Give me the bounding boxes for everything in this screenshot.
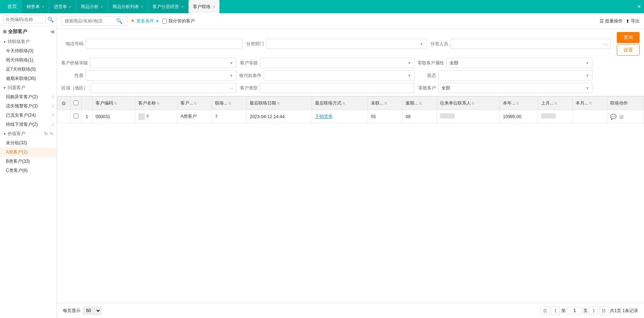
col-this-month[interactable]: 本月... ⇅ xyxy=(572,97,607,110)
col-last-date[interactable]: 最后联络日期 ⇅ xyxy=(247,97,312,110)
col-contact[interactable]: 联络... ⇅ xyxy=(212,97,247,110)
col-name[interactable]: 客户名称 ⇅ xyxy=(135,97,178,110)
tab-purchase-order[interactable]: 进货单 × xyxy=(49,0,76,13)
tab-customer-segment[interactable]: 客户分层经营 × xyxy=(148,0,188,13)
row-actions: 💬 ⊞ xyxy=(610,114,641,120)
retail-attr-label: 零散客户属性 xyxy=(418,60,444,66)
group-label-problem[interactable]: 问题客户 xyxy=(0,83,57,92)
col-overdue[interactable]: 逾期... ⇅ xyxy=(402,97,437,110)
settings-button[interactable]: 设置 xyxy=(617,45,640,56)
col-last-method[interactable]: 最后联络方式 ⇅ xyxy=(312,97,368,110)
close-purchase-order-icon[interactable]: × xyxy=(69,5,71,9)
price-level-select[interactable]: ▼ xyxy=(90,58,236,68)
tab-product-analysis[interactable]: 商品分析 × xyxy=(76,0,107,13)
sidebar-item-churned[interactable]: 已流失客户(24) ℹ xyxy=(0,111,57,120)
sidebar-search-input[interactable] xyxy=(3,15,46,24)
close-all-icon[interactable]: × xyxy=(637,3,641,11)
page-label: 第 xyxy=(561,308,566,314)
col-unit-contact[interactable]: 往来单位联系人 ⇅ xyxy=(437,97,500,110)
sidebar-item-class-c[interactable]: C类客户(6) xyxy=(0,166,57,175)
sidebar-item-class-a[interactable]: A类客户(1) xyxy=(0,148,57,157)
dept-select[interactable]: ▼ xyxy=(266,39,427,49)
close-product-analysis-icon[interactable]: × xyxy=(101,5,103,9)
group-label-pending[interactable]: 待联络客户 xyxy=(0,37,57,46)
refresh-icon[interactable]: ↻ xyxy=(44,131,48,137)
status-arrow: ▼ xyxy=(586,74,589,78)
group-value-customer-header: 价值客户 ↻ ✎ xyxy=(0,129,57,138)
retail-customer-select[interactable]: 全部▼ xyxy=(438,83,593,93)
all-customers-header[interactable]: ⊞ 全部客户 ◀ xyxy=(0,26,57,37)
col-level[interactable]: 客户... ⇅ xyxy=(178,97,212,110)
sidebar-search-icon[interactable]: 🔍 xyxy=(47,17,54,22)
region-input[interactable]: ··· xyxy=(90,83,236,93)
search-icon[interactable]: 🔍 xyxy=(116,18,122,24)
edit-group-icon[interactable]: ✎ xyxy=(50,131,54,137)
sort-level-icon: ⇅ xyxy=(194,101,197,105)
row-checkbox[interactable] xyxy=(74,114,78,119)
chat-icon[interactable]: 💬 xyxy=(610,114,616,120)
prev-page-btn[interactable]: ⟨ xyxy=(551,306,560,315)
chevron-down-icon: ▼ xyxy=(155,19,159,23)
col-index xyxy=(82,97,93,110)
sidebar-item-class-b[interactable]: B类客户(33) xyxy=(0,157,57,166)
sidebar-item-declining[interactable]: 持续下滑客户(2) ℹ xyxy=(0,120,57,129)
last-month-placeholder xyxy=(541,113,556,119)
batch-op-btn[interactable]: ☰ 批量操作 xyxy=(600,18,623,24)
person-input[interactable]: ··· xyxy=(450,39,611,49)
status-select[interactable]: ▼ xyxy=(438,70,593,81)
dept-label: 分管部门 xyxy=(246,41,264,47)
tab-customer-contact[interactable]: 客户联络 × xyxy=(189,0,219,13)
col-code[interactable]: 客户编码 ⇅ xyxy=(93,97,135,110)
my-customers-checkbox[interactable]: 我分管的客户 xyxy=(162,18,195,24)
per-page-select[interactable]: 50 100 200 xyxy=(83,307,101,315)
nature-arrow: ▼ xyxy=(229,74,233,78)
more-filters-btn[interactable]: ▼ 更多条件 ▼ xyxy=(130,18,159,24)
last-page-btn[interactable]: ⟩⟩ xyxy=(600,306,608,315)
col-not-contact[interactable]: 未联... ⇅ xyxy=(368,97,402,110)
first-page-btn[interactable]: ⟨⟨ xyxy=(541,306,550,315)
phone-field: 电话号码 xyxy=(61,39,243,49)
close-customer-segment-icon[interactable]: × xyxy=(181,5,183,9)
col-last-month[interactable]: 上月... ⇅ xyxy=(538,97,572,110)
last-method-link[interactable]: 下销货单 xyxy=(315,114,333,119)
sidebar-item-today[interactable]: 今天待联络(0) xyxy=(0,46,57,56)
customer-level-select[interactable]: ▼ xyxy=(260,58,414,68)
grid-action-icon[interactable]: ⊞ xyxy=(619,114,624,120)
payment-arrow: ▼ xyxy=(408,74,411,78)
next-page-btn[interactable]: ⟩ xyxy=(589,306,598,315)
sidebar-item-tomorrow[interactable]: 明天待联络(1) xyxy=(0,56,57,65)
query-button[interactable]: 查询 xyxy=(617,32,640,43)
search-input[interactable] xyxy=(65,18,116,24)
payment-select[interactable]: ▼ xyxy=(264,70,414,81)
filter-right-actions: ☰ 批量操作 ⬆ 导出 xyxy=(600,18,640,24)
customer-type-input[interactable] xyxy=(260,83,414,93)
close-customer-contact-icon[interactable]: × xyxy=(213,5,215,9)
my-customers-check[interactable] xyxy=(162,19,167,24)
home-tab[interactable]: 首页 xyxy=(3,0,21,13)
retail-attr-select[interactable]: 全部▼ xyxy=(446,58,593,68)
group-label-value[interactable]: 价值客户 xyxy=(3,131,25,137)
close-sales-order-icon[interactable]: × xyxy=(42,5,44,9)
close-product-analysis-list-icon[interactable]: × xyxy=(141,5,143,9)
person-label: 分管人员 xyxy=(430,41,448,47)
table-settings-icon[interactable]: ⚙ xyxy=(61,100,66,106)
col-this-year[interactable]: 本年... ⇅ xyxy=(500,97,538,110)
page-input[interactable] xyxy=(567,307,582,314)
collapse-icon[interactable]: ◀ xyxy=(50,29,54,34)
tab-product-analysis-list[interactable]: 商品分析列表 × xyxy=(108,0,148,13)
sidebar-item-overdue[interactable]: 逾期未联络(30) xyxy=(0,74,57,83)
sidebar-item-repurchase-anomaly[interactable]: 回购异常客户(2) ℹ xyxy=(0,92,57,102)
select-all-checkbox[interactable] xyxy=(74,100,78,105)
nature-select[interactable]: ▼ xyxy=(86,70,236,81)
cell-this-month xyxy=(572,110,607,123)
tab-sales-order[interactable]: 销售单 × xyxy=(22,0,49,13)
phone-input[interactable] xyxy=(86,39,243,49)
sidebar-item-7days[interactable]: 近7天待联络(0) xyxy=(0,65,57,74)
sidebar-item-churn-warning[interactable]: 流失预警客户(3) ℹ xyxy=(0,102,57,111)
sidebar-item-unclassified[interactable]: 未分组(32) xyxy=(0,138,57,148)
person-dots-icon: ··· xyxy=(603,41,608,47)
sort-contact-icon: ⇅ xyxy=(228,101,231,105)
export-btn[interactable]: ⬆ 导出 xyxy=(626,18,640,24)
customer-avatar xyxy=(138,113,145,120)
customer-type-field: 客户类型 xyxy=(239,83,414,93)
